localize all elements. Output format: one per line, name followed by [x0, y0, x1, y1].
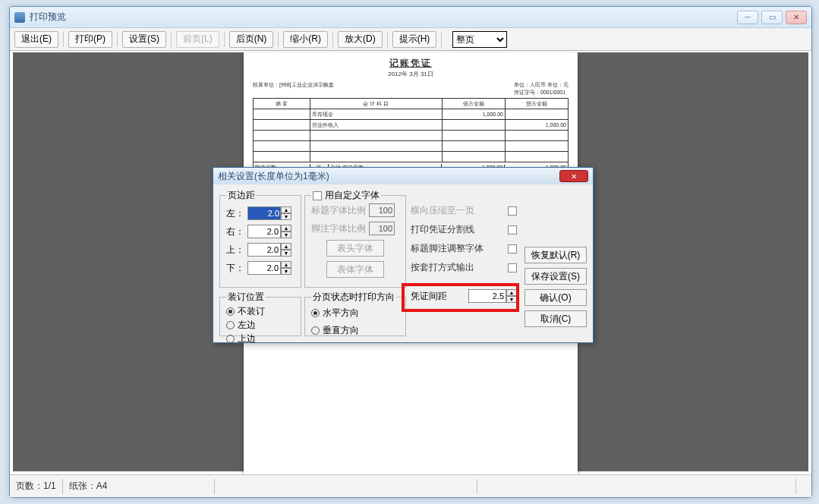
spin-down[interactable]: ▼	[506, 296, 517, 303]
title-font-ratio-input[interactable]	[369, 203, 395, 217]
toolbar: 退出(E) 打印(P) 设置(S) 前页(L) 后页(N) 缩小(R) 放大(D…	[10, 28, 811, 51]
th-summary: 摘 要	[254, 99, 310, 109]
tips-button[interactable]: 提示(H)	[392, 31, 437, 48]
spin-up[interactable]: ▲	[506, 289, 517, 296]
compress-checkbox[interactable]	[508, 206, 517, 216]
doc-currency: 单位：人民币 单位：元	[514, 82, 569, 87]
voucher-spacing-input[interactable]	[468, 289, 506, 303]
th-credit: 贷方金额	[505, 99, 568, 109]
spin-down[interactable]: ▼	[281, 213, 291, 220]
status-pages: 页数：1/1	[10, 479, 63, 494]
header-font-button[interactable]: 表头字体	[326, 240, 384, 257]
voucher-table: 摘 要 会 计 科 目 借方金额 贷方金额 库存现金1,000.00 营业外收入…	[253, 98, 569, 162]
table-row: 营业外收入1,000.00	[254, 120, 569, 131]
cancel-button[interactable]: 取消(C)	[524, 310, 587, 327]
table-row: 库存现金1,000.00	[254, 109, 569, 120]
table-row	[254, 131, 569, 141]
prev-page-button[interactable]: 前页(L)	[176, 31, 219, 48]
font-group: 用自定义字体 标题字体比例 脚注字体比例 表头字体 表体字体	[304, 189, 406, 288]
table-row	[254, 152, 569, 162]
bind-left-radio[interactable]	[226, 321, 235, 329]
restore-default-button[interactable]: 恢复默认(R)	[524, 247, 587, 263]
spin-down[interactable]: ▼	[281, 250, 291, 257]
voucher-document: 记账凭证 2012年 3月 31日 核算单位：[998]工业企业演示账套 单位：…	[253, 57, 569, 173]
voucher-spacing-label: 凭证间距	[411, 290, 447, 303]
settings-dialog: 相关设置(长度单位为1毫米) ✕ 页边距 左： ▲▼ 右： ▲▼ 上： ▲▼ 下…	[213, 167, 594, 343]
voucher-spacing-row: 凭证间距 ▲▼	[411, 289, 517, 307]
spin-down[interactable]: ▼	[281, 268, 291, 275]
ok-button[interactable]: 确认(O)	[524, 289, 587, 306]
next-page-button[interactable]: 后页(N)	[229, 31, 274, 48]
close-button[interactable]: ✕	[786, 11, 807, 24]
page-direction-group: 分页状态时打印方向 水平方向 垂直方向	[304, 291, 406, 336]
margins-group: 页边距 左： ▲▼ 右： ▲▼ 上： ▲▼ 下： ▲▼	[219, 189, 301, 288]
bind-top-radio[interactable]	[226, 335, 235, 343]
th-debit: 借方金额	[442, 99, 505, 109]
doc-date: 2012年 3月 31日	[253, 70, 569, 78]
table-row	[254, 141, 569, 152]
spin-up[interactable]: ▲	[281, 225, 291, 232]
zoom-in-button[interactable]: 放大(D)	[338, 31, 383, 48]
margin-left-input[interactable]	[247, 206, 281, 220]
minimize-button[interactable]: ─	[737, 11, 758, 24]
body-font-button[interactable]: 表体字体	[326, 261, 384, 278]
dialog-close-button[interactable]: ✕	[559, 170, 588, 182]
th-subject: 会 计 科 目	[310, 99, 442, 109]
dialog-side-buttons: 恢复默认(R) 保存设置(S) 确认(O) 取消(C)	[524, 247, 587, 332]
save-settings-button[interactable]: 保存设置(S)	[524, 268, 587, 285]
margin-top-input[interactable]	[247, 243, 281, 257]
zoom-out-button[interactable]: 缩小(R)	[283, 31, 328, 48]
options-column: 横向压缩至一页 打印凭证分割线 标题脚注调整字体 按套打方式输出	[411, 204, 517, 280]
use-custom-font-checkbox[interactable]	[313, 191, 322, 200]
horiz-radio[interactable]	[311, 309, 320, 317]
pack-output-checkbox[interactable]	[508, 263, 517, 272]
doc-number: 凭证字号：0001/0001	[514, 90, 565, 95]
margin-right-input[interactable]	[247, 225, 281, 238]
footer-font-ratio-input[interactable]	[369, 222, 395, 235]
status-paper: 纸张：A4	[63, 479, 215, 494]
spin-down[interactable]: ▼	[281, 232, 291, 238]
spin-up[interactable]: ▲	[281, 206, 291, 213]
window-title: 打印预览	[30, 11, 737, 24]
bind-position-group: 装订位置 不装订 左边 上边	[219, 291, 301, 336]
app-icon	[14, 12, 25, 23]
margin-bottom-input[interactable]	[247, 261, 281, 275]
vert-radio[interactable]	[311, 326, 320, 335]
exit-button[interactable]: 退出(E)	[14, 31, 58, 48]
split-line-checkbox[interactable]	[508, 225, 517, 235]
doc-title: 记账凭证	[253, 57, 569, 70]
setup-button[interactable]: 设置(S)	[122, 31, 166, 48]
bind-none-radio[interactable]	[226, 307, 235, 316]
spin-up[interactable]: ▲	[281, 261, 291, 268]
spin-up[interactable]: ▲	[281, 243, 291, 250]
dialog-title: 相关设置(长度单位为1毫米)	[218, 170, 559, 183]
status-bar: 页数：1/1 纸张：A4	[10, 474, 811, 497]
print-button[interactable]: 打印(P)	[68, 31, 112, 48]
dialog-titlebar: 相关设置(长度单位为1毫米) ✕	[213, 168, 593, 184]
doc-company: 核算单位：[998]工业企业演示账套	[253, 81, 334, 96]
auto-font-checkbox[interactable]	[508, 244, 517, 254]
maximize-button[interactable]: ▭	[761, 11, 783, 24]
zoom-select[interactable]: 整页	[452, 31, 507, 48]
titlebar: 打印预览 ─ ▭ ✕	[10, 7, 811, 28]
